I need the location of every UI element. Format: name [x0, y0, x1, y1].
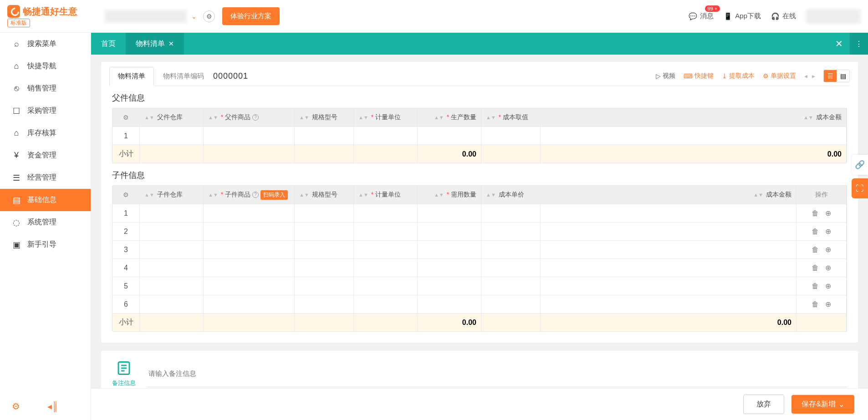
cell[interactable]	[140, 222, 204, 240]
cell[interactable]	[204, 277, 295, 295]
cell[interactable]	[418, 277, 481, 295]
cell[interactable]	[481, 222, 541, 240]
add-row-icon[interactable]: ⊕	[825, 245, 831, 254]
cell[interactable]	[481, 258, 541, 277]
cell[interactable]	[204, 295, 295, 313]
cell[interactable]	[541, 204, 797, 222]
delete-icon[interactable]: 🗑	[812, 282, 819, 290]
sidebar-item[interactable]: ☰经营管理	[0, 167, 91, 189]
gear-column-icon[interactable]: ⚙	[112, 108, 140, 127]
cell[interactable]	[354, 127, 418, 145]
sort-icon[interactable]: ▲▼	[299, 193, 309, 196]
table-row[interactable]: 5🗑⊕	[112, 277, 847, 295]
cell[interactable]	[481, 295, 541, 313]
cell[interactable]	[295, 295, 354, 313]
cell[interactable]	[481, 240, 541, 258]
prev-icon[interactable]: ◂	[804, 72, 807, 80]
cell[interactable]	[541, 295, 797, 313]
cell[interactable]	[541, 240, 797, 258]
cell[interactable]	[140, 295, 204, 313]
sort-icon[interactable]: ▲▼	[486, 193, 496, 196]
cell[interactable]	[541, 127, 847, 145]
cell[interactable]	[140, 204, 204, 222]
cell[interactable]	[140, 240, 204, 258]
sort-icon[interactable]: ▲▼	[753, 193, 763, 196]
scan-input-tag[interactable]: 扫码录入	[260, 190, 288, 200]
messages-link[interactable]: 💬 消息	[689, 12, 714, 20]
delete-icon[interactable]: 🗑	[812, 264, 819, 272]
sort-icon[interactable]: ▲▼	[803, 116, 813, 119]
cell[interactable]	[295, 240, 354, 258]
cell[interactable]	[354, 240, 418, 258]
sort-icon[interactable]: ▲▼	[208, 193, 218, 196]
card-view-icon[interactable]: ▤	[837, 70, 849, 82]
next-icon[interactable]: ▸	[812, 72, 815, 80]
cell[interactable]	[354, 295, 418, 313]
sidebar-item[interactable]: ⌕搜索菜单	[0, 33, 91, 55]
sort-icon[interactable]: ▲▼	[208, 116, 218, 119]
cell[interactable]	[295, 204, 354, 222]
tab[interactable]: 物料清单✕	[126, 33, 184, 55]
cell[interactable]	[418, 222, 481, 240]
add-row-icon[interactable]: ⊕	[825, 227, 831, 236]
cell[interactable]	[481, 277, 541, 295]
settings-icon[interactable]: ⚙	[203, 10, 215, 22]
cell[interactable]	[481, 204, 541, 222]
cell[interactable]	[140, 127, 204, 145]
sidebar-item[interactable]: ⌂库存核算	[0, 122, 91, 144]
cell[interactable]	[354, 258, 418, 277]
cell[interactable]	[204, 204, 295, 222]
cell[interactable]	[295, 277, 354, 295]
table-row[interactable]: 3🗑⊕	[112, 240, 847, 258]
sort-icon[interactable]: ▲▼	[144, 193, 154, 196]
sidebar-item[interactable]: ▤基础信息	[0, 189, 91, 211]
table-row[interactable]: 1🗑⊕	[112, 204, 847, 222]
discard-button[interactable]: 放弃	[743, 395, 784, 414]
sort-icon[interactable]: ▲▼	[486, 116, 496, 119]
table-row[interactable]: 6🗑⊕	[112, 295, 847, 313]
org-selector[interactable]: ⌄	[105, 10, 197, 23]
shortcut-link[interactable]: ⌨快捷键	[684, 72, 714, 80]
sidebar-item[interactable]: ⎋销售管理	[0, 77, 91, 100]
add-row-icon[interactable]: ⊕	[825, 282, 831, 290]
cell[interactable]	[541, 258, 797, 277]
settings-gear-icon[interactable]: ⚙	[12, 401, 20, 412]
cell[interactable]	[295, 258, 354, 277]
cell[interactable]	[204, 240, 295, 258]
cell[interactable]	[295, 222, 354, 240]
cell[interactable]	[354, 277, 418, 295]
close-tab-icon[interactable]: ✕	[828, 33, 850, 55]
tab[interactable]: 首页	[91, 33, 126, 55]
info-icon[interactable]: ?	[252, 114, 259, 121]
cell[interactable]	[418, 204, 481, 222]
cell[interactable]	[418, 258, 481, 277]
cell[interactable]	[418, 240, 481, 258]
table-row[interactable]: 2🗑⊕	[112, 222, 847, 240]
cell[interactable]	[541, 277, 797, 295]
delete-icon[interactable]: 🗑	[812, 209, 819, 218]
info-icon[interactable]: ?	[252, 192, 259, 198]
sort-icon[interactable]: ▲▼	[358, 116, 368, 119]
gear-column-icon[interactable]: ⚙	[112, 186, 140, 204]
cell[interactable]	[481, 127, 541, 145]
experience-button[interactable]: 体验行业方案	[222, 7, 280, 25]
cell[interactable]	[354, 222, 418, 240]
delete-icon[interactable]: 🗑	[812, 300, 819, 309]
table-row[interactable]: 4🗑⊕	[112, 258, 847, 277]
app-download-link[interactable]: 📱 App下载	[724, 12, 761, 20]
collapse-icon[interactable]: ◂║	[47, 401, 58, 412]
sort-icon[interactable]: ▲▼	[434, 116, 444, 119]
extract-cost-link[interactable]: ⤓提取成本	[722, 72, 755, 80]
fullscreen-icon[interactable]: ⛶	[852, 178, 868, 198]
support-link[interactable]: 🎧 在线	[771, 12, 796, 20]
sidebar-item[interactable]: ⌂快捷导航	[0, 55, 91, 77]
delete-icon[interactable]: 🗑	[812, 246, 819, 254]
sort-icon[interactable]: ▲▼	[434, 193, 444, 196]
doc-settings-link[interactable]: ⚙单据设置	[763, 72, 796, 80]
save-and-new-button[interactable]: 保存&新增⌄	[791, 395, 854, 414]
close-icon[interactable]: ✕	[168, 40, 174, 47]
cell[interactable]	[354, 204, 418, 222]
cell[interactable]	[140, 277, 204, 295]
sidebar-item[interactable]: ◌系统管理	[0, 211, 91, 233]
sidebar-item[interactable]: ☐采购管理	[0, 100, 91, 122]
